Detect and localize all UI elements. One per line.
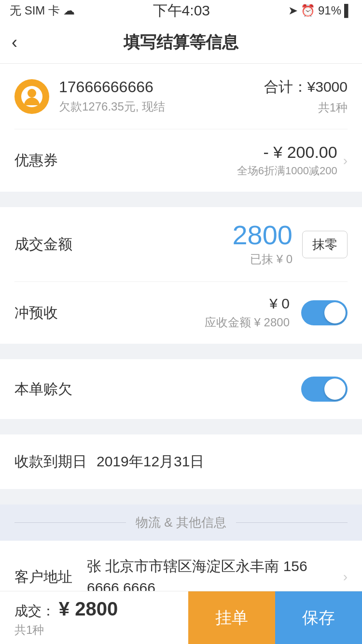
coupon-info: - ¥ 200.00 全场6折满1000减200 bbox=[237, 143, 337, 178]
chevron-right-icon: › bbox=[343, 153, 348, 168]
prepay-amount-block: ¥ 0 应收金额 ¥ 2800 bbox=[205, 295, 290, 330]
bottom-summary: 成交： ¥ 2800 共1种 bbox=[0, 598, 188, 638]
divider-line-left bbox=[14, 522, 126, 523]
status-bar: 无 SIM 卡 ☁ 下午4:03 ➤ ⏰ 91% ▌ bbox=[0, 0, 362, 21]
address-label: 客户地址 bbox=[14, 567, 72, 587]
address-chevron-icon: › bbox=[343, 569, 348, 585]
avatar-icon bbox=[21, 86, 42, 107]
total-count: 共1种 bbox=[264, 100, 348, 115]
debt-toggle-knob bbox=[324, 378, 346, 400]
coupon-desc: 全场6折满1000减200 bbox=[237, 164, 337, 178]
status-right: ➤ ⏰ 91% ▌ bbox=[288, 4, 352, 17]
section-gap-4 bbox=[0, 497, 362, 504]
debt-toggle[interactable] bbox=[301, 377, 348, 402]
divider-text: 物流 & 其他信息 bbox=[126, 514, 236, 531]
bottom-deal-row: 成交： ¥ 2800 bbox=[14, 598, 174, 620]
divider-section: 物流 & 其他信息 bbox=[0, 504, 362, 541]
alarm-icon: ⏰ bbox=[301, 4, 315, 17]
debt-section: 本单赊欠 bbox=[0, 359, 362, 419]
debt-label: 本单赊欠 bbox=[14, 379, 72, 399]
bottom-count: 共1种 bbox=[14, 622, 174, 638]
bottom-bar: 成交： ¥ 2800 共1种 挂单 保存 bbox=[0, 591, 362, 644]
round-button[interactable]: 抹零 bbox=[302, 231, 348, 258]
coupon-label: 优惠券 bbox=[14, 151, 58, 170]
battery-text: 91% bbox=[318, 4, 341, 17]
save-button[interactable]: 保存 bbox=[275, 591, 362, 644]
prepay-amount: ¥ 0 bbox=[205, 295, 290, 312]
pending-button[interactable]: 挂单 bbox=[188, 591, 275, 644]
duedate-row: 收款到期日 2019年12月31日 bbox=[14, 434, 348, 489]
amount-number: 2800 bbox=[232, 222, 292, 249]
duedate-value: 2019年12月31日 bbox=[97, 452, 204, 472]
avatar bbox=[14, 79, 49, 114]
amount-row: 成交金额 2800 已抹 ¥ 0 抹零 bbox=[14, 207, 348, 281]
page-title: 填写结算等信息 bbox=[124, 31, 238, 54]
prepay-label: 冲预收 bbox=[14, 303, 58, 323]
coupon-discount: - ¥ 200.00 bbox=[237, 143, 337, 162]
customer-debt: 欠款1276.35元, 现结 bbox=[59, 99, 165, 114]
prepay-right: ¥ 0 应收金额 ¥ 2800 bbox=[205, 295, 348, 330]
battery-icon: ▌ bbox=[344, 4, 352, 17]
prepay-row: 冲预收 ¥ 0 应收金额 ¥ 2800 bbox=[14, 281, 348, 344]
back-button[interactable]: ‹ bbox=[12, 32, 17, 53]
duedate-section: 收款到期日 2019年12月31日 bbox=[0, 434, 362, 489]
prepay-receivable: 应收金额 ¥ 2800 bbox=[205, 315, 290, 330]
section-gap-1 bbox=[0, 199, 362, 207]
prepay-toggle[interactable] bbox=[301, 300, 348, 325]
amount-label: 成交金额 bbox=[14, 235, 72, 254]
bottom-deal-amount: ¥ 2800 bbox=[59, 598, 118, 619]
amount-right: 2800 已抹 ¥ 0 抹零 bbox=[232, 222, 348, 267]
coupon-row[interactable]: 优惠券 - ¥ 200.00 全场6折满1000减200 › bbox=[14, 129, 348, 192]
customer-left: 17666666666 欠款1276.35元, 现结 bbox=[14, 78, 165, 114]
debt-row: 本单赊欠 bbox=[14, 359, 348, 419]
section-gap-2 bbox=[0, 351, 362, 359]
customer-phone: 17666666666 bbox=[59, 78, 165, 96]
signal-text: 无 SIM 卡 ☁ bbox=[10, 3, 75, 18]
bottom-deal-label: 成交： bbox=[14, 603, 55, 618]
customer-row: 17666666666 欠款1276.35元, 现结 合计：¥3000 共1种 bbox=[14, 64, 348, 129]
nav-bar: ‹ 填写结算等信息 bbox=[0, 21, 362, 64]
toggle-knob bbox=[324, 302, 346, 323]
section-gap-3 bbox=[0, 427, 362, 434]
coupon-right: - ¥ 200.00 全场6折满1000减200 › bbox=[237, 143, 348, 178]
amount-section: 成交金额 2800 已抹 ¥ 0 抹零 冲预收 ¥ 0 应收金额 ¥ 2800 bbox=[0, 207, 362, 344]
total-amount: 合计：¥3000 bbox=[264, 77, 348, 97]
status-left: 无 SIM 卡 ☁ bbox=[10, 3, 75, 18]
status-time: 下午4:03 bbox=[153, 1, 210, 21]
amount-value-block: 2800 已抹 ¥ 0 bbox=[232, 222, 292, 267]
divider-line-right bbox=[236, 522, 348, 523]
customer-section: 17666666666 欠款1276.35元, 现结 合计：¥3000 共1种 … bbox=[0, 64, 362, 192]
duedate-label: 收款到期日 bbox=[14, 452, 87, 472]
customer-info: 17666666666 欠款1276.35元, 现结 bbox=[59, 78, 165, 114]
customer-total: 合计：¥3000 共1种 bbox=[264, 77, 348, 115]
amount-sub: 已抹 ¥ 0 bbox=[232, 252, 292, 267]
location-icon: ➤ bbox=[288, 4, 298, 17]
